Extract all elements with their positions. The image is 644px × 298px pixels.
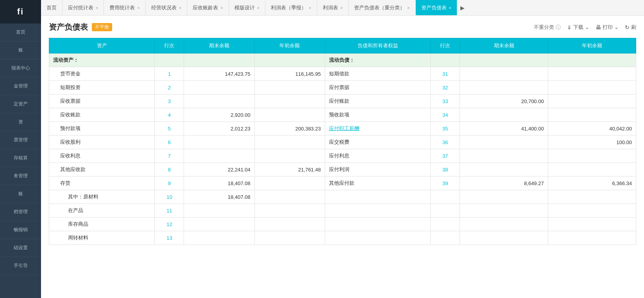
tab-template-design[interactable]: 模版设计 × — [229, 0, 265, 16]
tab-receivable-aging[interactable]: 应收账龄表 × — [187, 0, 229, 16]
begin-balance[interactable]: 116,145.95 — [254, 67, 325, 81]
end-balance-right[interactable] — [460, 149, 548, 163]
liability-name[interactable]: 应交税费 — [325, 136, 430, 149]
close-icon[interactable]: × — [96, 5, 98, 10]
end-balance[interactable]: 2,012.23 — [184, 122, 254, 136]
asset-name[interactable]: 存货 — [49, 177, 155, 190]
end-balance-right[interactable] — [460, 67, 548, 81]
tab-profit[interactable]: 利润表 × — [317, 0, 349, 16]
close-icon[interactable]: × — [179, 5, 181, 10]
liability-name[interactable]: 应付利润 — [325, 163, 430, 177]
end-balance-right[interactable] — [460, 163, 548, 177]
help-icon[interactable]: ⓘ — [556, 24, 561, 31]
begin-balance-right[interactable] — [548, 163, 636, 177]
asset-name[interactable]: 货币资金 — [49, 67, 155, 81]
end-balance[interactable] — [184, 136, 254, 149]
begin-balance[interactable] — [254, 231, 325, 245]
close-icon[interactable]: × — [449, 5, 451, 10]
end-balance[interactable] — [184, 231, 254, 245]
sidebar-item-home[interactable]: 首页 — [0, 23, 41, 41]
end-balance-right[interactable] — [460, 190, 548, 204]
begin-balance[interactable] — [254, 81, 325, 95]
sidebar-item-reports[interactable]: 报表中心 — [0, 59, 41, 77]
close-icon[interactable]: × — [340, 5, 343, 10]
print-button[interactable]: 🖶 打印 ⌄ — [596, 24, 619, 31]
begin-balance[interactable]: 21,761.48 — [254, 163, 325, 177]
close-icon[interactable]: × — [309, 5, 311, 10]
asset-name[interactable]: 其他应收款 — [49, 163, 155, 177]
close-icon[interactable]: × — [257, 5, 259, 10]
begin-balance-right[interactable]: 6,366.34 — [548, 177, 636, 190]
begin-balance[interactable] — [254, 95, 325, 108]
end-balance[interactable]: 18,407.08 — [184, 190, 254, 204]
asset-name[interactable]: 预付款项 — [49, 122, 155, 136]
sidebar-item-account[interactable]: 账 — [0, 41, 41, 59]
end-balance[interactable] — [184, 218, 254, 231]
begin-balance[interactable] — [254, 108, 325, 122]
asset-name[interactable]: 应收票据 — [49, 95, 155, 108]
end-balance-right[interactable]: 20,700.00 — [460, 95, 548, 108]
asset-name[interactable]: 周转材料 — [49, 231, 155, 245]
asset-name[interactable]: 应收账款 — [49, 108, 155, 122]
begin-balance-right[interactable] — [548, 190, 636, 204]
sidebar-item-expense[interactable]: 畅报销 — [0, 221, 41, 239]
begin-balance[interactable] — [254, 149, 325, 163]
begin-balance[interactable] — [254, 136, 325, 149]
end-balance[interactable] — [184, 95, 254, 108]
end-balance-right[interactable] — [460, 136, 548, 149]
liability-name[interactable]: 短期借款 — [325, 67, 430, 81]
end-balance-right[interactable] — [460, 81, 548, 95]
close-icon[interactable]: × — [137, 5, 140, 10]
begin-balance-right[interactable]: 40,042.00 — [548, 122, 636, 136]
end-balance-right[interactable] — [460, 231, 548, 245]
asset-name[interactable]: 库存商品 — [49, 218, 155, 231]
sidebar-item-tax[interactable]: 务管理 — [0, 167, 41, 185]
asset-name[interactable]: 其中：原材料 — [49, 190, 155, 204]
tab-payable-stats[interactable]: 应付统计表 × — [63, 0, 104, 16]
liability-name[interactable]: 应付票据 — [325, 81, 430, 95]
tab-scroll-arrow[interactable]: ▶ — [457, 0, 468, 16]
sidebar-item-settings[interactable]: 础设置 — [0, 239, 41, 257]
sidebar-item-inventory[interactable]: 存核算 — [0, 149, 41, 167]
sidebar-item-archive[interactable]: 档管理 — [0, 203, 41, 221]
refresh-button[interactable]: ↻ 刷 — [625, 24, 636, 31]
end-balance[interactable]: 18,407.08 — [184, 177, 254, 190]
end-balance-right[interactable] — [460, 204, 548, 218]
end-balance[interactable]: 22,241.04 — [184, 163, 254, 177]
close-icon[interactable]: × — [407, 5, 410, 10]
asset-name[interactable]: 在产品 — [49, 204, 155, 218]
end-balance[interactable]: 147,423.75 — [184, 67, 254, 81]
begin-balance[interactable] — [254, 177, 325, 190]
begin-balance-right[interactable] — [548, 149, 636, 163]
begin-balance-right[interactable] — [548, 108, 636, 122]
end-balance[interactable] — [184, 204, 254, 218]
end-balance[interactable] — [184, 81, 254, 95]
begin-balance[interactable] — [254, 190, 325, 204]
asset-name[interactable]: 短期投资 — [49, 81, 155, 95]
begin-balance[interactable]: 200,383.23 — [254, 122, 325, 136]
begin-balance-right[interactable]: 100.00 — [548, 136, 636, 149]
begin-balance-right[interactable] — [548, 231, 636, 245]
download-button[interactable]: ⇓ 下载 ⌄ — [567, 24, 589, 31]
asset-name[interactable]: 应收股利 — [49, 136, 155, 149]
tab-balance-sheet[interactable]: 资产负债表 × — [416, 0, 457, 16]
liability-name[interactable]: 应付利息 — [325, 149, 430, 163]
tab-expense-stats[interactable]: 费用统计表 × — [104, 0, 145, 16]
sidebar-item-finance[interactable]: 金管理 — [0, 77, 41, 95]
end-balance[interactable]: 2,920.00 — [184, 108, 254, 122]
sidebar-item-capital[interactable]: 资 — [0, 113, 41, 131]
begin-balance-right[interactable] — [548, 67, 636, 81]
liability-name[interactable]: 其他应付款 — [325, 177, 430, 190]
sidebar-item-assets[interactable]: 定资产 — [0, 95, 41, 113]
tab-home[interactable]: 首页 — [41, 0, 63, 16]
no-reclassify-option[interactable]: 不重分类 ⓘ — [534, 24, 561, 31]
begin-balance[interactable] — [254, 218, 325, 231]
begin-balance[interactable] — [254, 204, 325, 218]
end-balance-right[interactable]: 41,400.00 — [460, 122, 548, 136]
sidebar-item-guide[interactable]: 手引导 — [0, 257, 41, 275]
tab-business-status[interactable]: 经营状况表 × — [146, 0, 187, 16]
tab-balance-reclassified[interactable]: 资产负债表（重分类） × — [349, 0, 415, 16]
asset-name[interactable]: 应收利息 — [49, 149, 155, 163]
begin-balance-right[interactable] — [548, 204, 636, 218]
begin-balance-right[interactable] — [548, 95, 636, 108]
